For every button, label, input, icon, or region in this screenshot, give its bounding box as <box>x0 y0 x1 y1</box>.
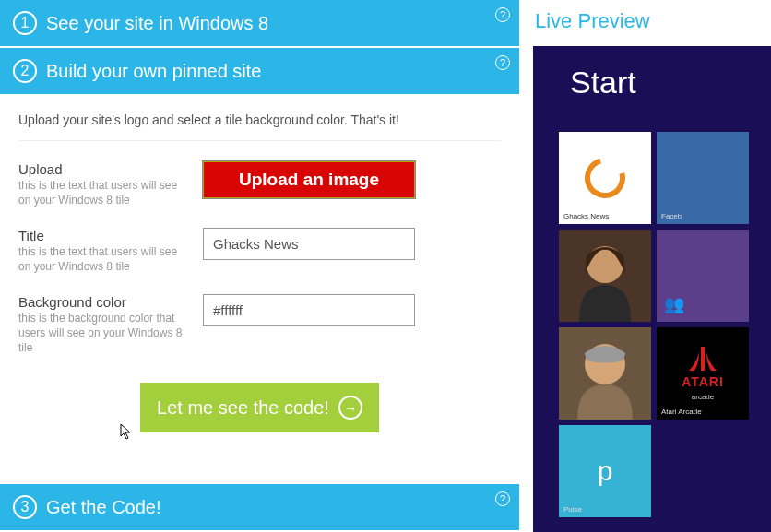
tile-photo-2[interactable] <box>559 327 651 420</box>
tile-caption: Faceb <box>661 212 682 220</box>
step-3-title: Get the Code! <box>46 497 161 518</box>
help-icon[interactable]: ? <box>495 7 510 22</box>
step-2-title: Build your own pinned site <box>46 61 261 82</box>
step-2-header[interactable]: 2 Build your own pinned site ? <box>0 48 519 94</box>
tiles-grid: Ghacks News Faceb 👥 <box>559 132 771 517</box>
title-hint: this is the text that users will see on … <box>18 245 184 274</box>
upload-button[interactable]: Upload an image <box>203 161 415 198</box>
step-2-number: 2 <box>13 59 37 83</box>
atari-logo-icon <box>689 347 717 371</box>
step-1-number: 1 <box>13 11 37 35</box>
step-intro: Upload your site's logo and select a til… <box>18 112 501 141</box>
bgcolor-input[interactable] <box>203 294 415 326</box>
title-input[interactable] <box>203 228 415 260</box>
pulse-glyph: p <box>598 455 613 487</box>
title-label: Title <box>18 228 184 243</box>
step-1-title: See your site in Windows 8 <box>46 13 268 34</box>
see-code-button[interactable]: Let me see the code! → <box>140 383 379 432</box>
ghacks-logo-icon <box>577 150 633 206</box>
tile-pulse[interactable]: p Pulse <box>559 425 651 517</box>
tile-people[interactable]: 👥 <box>657 230 749 322</box>
live-preview-heading: Live Preview <box>533 0 771 46</box>
atari-sub: arcade <box>692 393 714 401</box>
bgcolor-label: Background color <box>18 294 184 310</box>
tile-caption: Atari Arcade <box>661 408 702 416</box>
people-icon: 👥 <box>664 294 684 314</box>
tile-caption: Pulse <box>563 505 582 514</box>
arrow-right-icon: → <box>338 396 362 420</box>
help-icon[interactable]: ? <box>495 55 510 70</box>
upload-row: Upload this is the text that users will … <box>18 161 501 207</box>
see-code-label: Let me see the code! <box>157 397 329 419</box>
upload-hint: this is the text that users will see on … <box>18 179 184 207</box>
person-photo-icon <box>559 230 651 322</box>
tile-caption: Ghacks News <box>563 212 609 220</box>
atari-name: ATARI <box>682 374 724 389</box>
tile-photo[interactable] <box>559 230 651 322</box>
tile-facebook[interactable]: Faceb <box>657 132 749 224</box>
step-2-content: Upload your site's logo and select a til… <box>0 96 519 484</box>
step-3-header[interactable]: 3 Get the Code! ? <box>0 484 519 530</box>
person-photo-icon <box>559 327 651 420</box>
step-3-number: 3 <box>13 495 37 519</box>
step-1-header[interactable]: 1 See your site in Windows 8 ? <box>0 0 519 46</box>
bgcolor-row: Background color this is the background … <box>18 294 501 355</box>
start-screen: Start Ghacks News Faceb 👥 <box>533 46 771 532</box>
title-row: Title this is the text that users will s… <box>18 228 501 274</box>
start-heading: Start <box>570 65 771 100</box>
tile-ghacks[interactable]: Ghacks News <box>559 132 651 224</box>
tile-atari[interactable]: ATARI arcade Atari Arcade <box>657 327 749 420</box>
bgcolor-hint: this is the background color that users … <box>18 312 184 355</box>
help-icon[interactable]: ? <box>495 491 510 506</box>
upload-label: Upload <box>18 161 184 177</box>
